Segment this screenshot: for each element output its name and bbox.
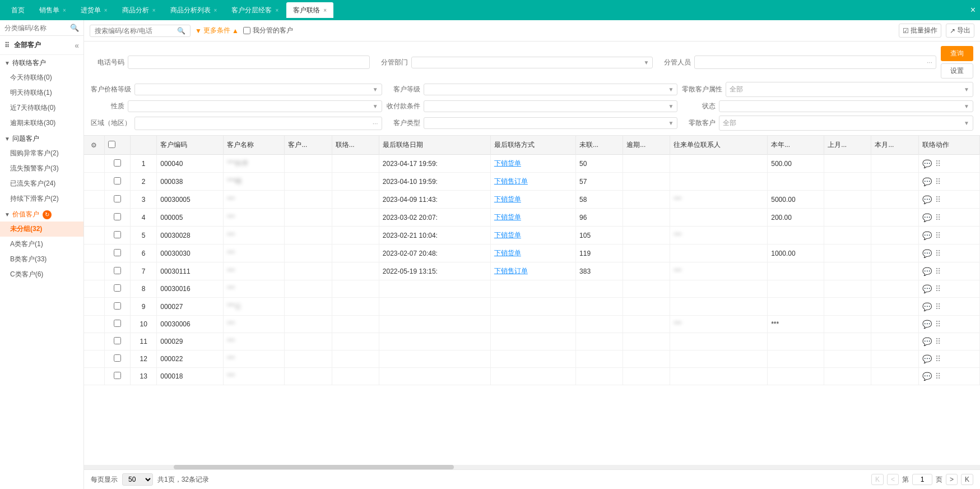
contact-icon[interactable]: 💬	[922, 284, 932, 293]
contact-icon[interactable]: 💬	[922, 177, 932, 186]
search-icon[interactable]: 🔍	[177, 27, 185, 35]
row-checkbox[interactable]	[104, 209, 131, 227]
next-page-button[interactable]: >	[946, 474, 958, 485]
my-customers-checkbox[interactable]: 我分管的客户	[243, 26, 293, 35]
row-check[interactable]	[114, 284, 121, 292]
contact-icon[interactable]: 💬	[922, 249, 932, 258]
tab-analysis[interactable]: 商品分析 ×	[115, 2, 162, 18]
batch-ops-button[interactable]: ☑ 批量操作	[899, 24, 941, 38]
row-checkbox[interactable]	[104, 350, 131, 368]
row-check[interactable]	[114, 231, 121, 238]
more-icon[interactable]: ⠿	[935, 267, 941, 276]
horizontal-scrollbar[interactable]	[84, 465, 980, 469]
contact-icon[interactable]: 💬	[922, 231, 932, 240]
row-checkbox[interactable]	[104, 227, 131, 245]
tab-home[interactable]: 首页	[4, 2, 31, 18]
scrollbar-thumb[interactable]	[174, 465, 454, 469]
more-icon[interactable]: ⠿	[935, 337, 941, 346]
field-retail-customer-select[interactable]: 全部 ▼	[719, 116, 973, 131]
field-nature-select[interactable]: ▼	[128, 100, 382, 112]
field-phone-input[interactable]	[128, 56, 370, 69]
sidebar-all-customers[interactable]: ⠿ 全部客户 «	[0, 36, 83, 55]
last-page-button[interactable]: K	[961, 474, 973, 485]
field-customer-type-select[interactable]: ▼	[424, 117, 678, 129]
last-contact-link[interactable]: 下销货单	[494, 231, 521, 239]
sidebar-item-unclassified[interactable]: 未分组(32)	[0, 222, 83, 237]
last-contact-link[interactable]: 下销货单	[494, 159, 521, 167]
more-icon[interactable]: ⠿	[935, 195, 941, 204]
row-checkbox[interactable]	[104, 173, 131, 191]
first-page-button[interactable]: K	[871, 474, 884, 485]
tab-customer-tier[interactable]: 客户分层经客 ×	[225, 2, 285, 18]
row-checkbox[interactable]	[104, 333, 131, 350]
my-customers-check[interactable]	[243, 27, 250, 34]
contact-icon[interactable]: 💬	[922, 267, 932, 276]
more-icon[interactable]: ⠿	[935, 372, 941, 381]
row-checkbox[interactable]	[104, 155, 131, 173]
close-all-button[interactable]: ×	[970, 6, 976, 15]
search-input[interactable]	[95, 27, 175, 35]
sidebar-search-input[interactable]	[4, 24, 68, 32]
last-contact-link[interactable]: 下销货单	[494, 195, 521, 203]
sidebar-item-churned[interactable]: 已流失客户(24)	[0, 176, 83, 191]
row-check[interactable]	[114, 320, 121, 327]
sidebar-item-declining[interactable]: 持续下滑客户(2)	[0, 191, 83, 206]
row-check[interactable]	[114, 372, 121, 379]
contact-icon[interactable]: 💬	[922, 354, 932, 363]
row-last-contact-method[interactable]	[490, 316, 575, 333]
last-contact-link[interactable]: 下销售订单	[494, 177, 528, 185]
last-contact-link[interactable]: 下销货单	[494, 213, 521, 221]
row-last-contact-method[interactable]	[490, 298, 575, 316]
row-checkbox[interactable]	[104, 245, 131, 262]
sidebar-item-7days[interactable]: 近7天待联络(0)	[0, 100, 83, 116]
field-payment-select[interactable]: ▼	[424, 100, 678, 112]
tab-purchase[interactable]: 进货单 ×	[74, 2, 114, 18]
more-icon[interactable]: ⠿	[935, 284, 941, 293]
more-icon[interactable]: ⠿	[935, 177, 941, 186]
field-price-tier-select[interactable]: ▼	[134, 84, 382, 95]
select-all-checkbox[interactable]	[108, 141, 115, 148]
more-icon[interactable]: ⠿	[935, 159, 941, 168]
more-icon[interactable]: ⠿	[935, 320, 941, 329]
row-last-contact-method[interactable]: 下销货单	[490, 209, 575, 227]
row-last-contact-method[interactable]: 下销货单	[490, 245, 575, 262]
sidebar-search-bar[interactable]: 🔍	[0, 20, 83, 36]
close-icon[interactable]: ×	[323, 7, 327, 13]
last-contact-link[interactable]: 下销货单	[494, 249, 521, 257]
collapse-icon[interactable]: «	[75, 41, 79, 50]
field-manager-select[interactable]: ···	[694, 56, 936, 69]
contact-icon[interactable]: 💬	[922, 302, 932, 311]
row-last-contact-method[interactable]: 下销货单	[490, 155, 575, 173]
query-button[interactable]: 查询	[941, 46, 973, 61]
contact-icon[interactable]: 💬	[922, 195, 932, 204]
row-check[interactable]	[114, 302, 121, 310]
sidebar-item-class-a[interactable]: A类客户(1)	[0, 237, 83, 252]
settings-icon[interactable]: ⚙	[91, 141, 97, 149]
reset-button[interactable]: 设置	[941, 63, 973, 79]
row-checkbox[interactable]	[104, 298, 131, 316]
th-checkbox[interactable]	[104, 136, 131, 155]
row-check[interactable]	[114, 177, 121, 184]
row-check[interactable]	[114, 337, 121, 344]
row-last-contact-method[interactable]: 下销货单	[490, 191, 575, 209]
row-last-contact-method[interactable]	[490, 333, 575, 350]
last-contact-link[interactable]: 下销售订单	[494, 267, 528, 275]
sidebar-item-tomorrow[interactable]: 明天待联络(1)	[0, 85, 83, 100]
row-last-contact-method[interactable]	[490, 350, 575, 368]
row-check[interactable]	[114, 354, 121, 362]
search-box[interactable]: 🔍	[90, 25, 191, 37]
tab-customer-contact[interactable]: 客户联络 ×	[286, 2, 333, 18]
more-icon[interactable]: ⠿	[935, 231, 941, 240]
close-icon[interactable]: ×	[63, 7, 66, 13]
row-check[interactable]	[114, 213, 121, 220]
more-icon[interactable]: ⠿	[935, 302, 941, 311]
th-settings[interactable]: ⚙	[84, 136, 104, 155]
page-number-input[interactable]	[912, 474, 932, 485]
sidebar-item-churn-warning[interactable]: 流失预警客户(3)	[0, 161, 83, 176]
sidebar-section-value[interactable]: ▼ 价值客户 ↻	[0, 206, 83, 222]
export-button[interactable]: ↗ 导出	[946, 24, 974, 38]
row-checkbox[interactable]	[104, 191, 131, 209]
row-last-contact-method[interactable]: 下销货单	[490, 227, 575, 245]
more-icon[interactable]: ⠿	[935, 354, 941, 363]
row-last-contact-method[interactable]: 下销售订单	[490, 173, 575, 191]
